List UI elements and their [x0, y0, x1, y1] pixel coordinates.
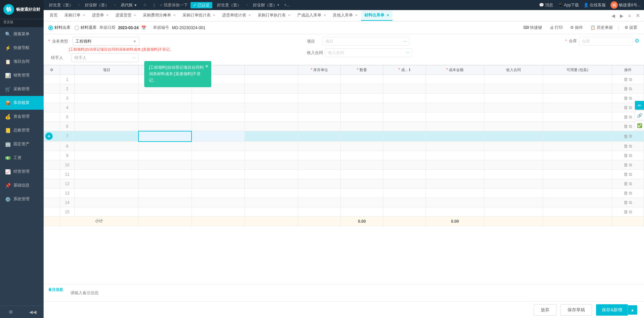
tab-purchase-return[interactable]: 进退货货 ✕: [112, 10, 140, 21]
tab-close-icon[interactable]: ✕: [213, 13, 215, 17]
row-spec-cell[interactable]: [245, 142, 298, 151]
row-project-cell[interactable]: [74, 75, 138, 84]
row-settings-cell[interactable]: +: [44, 131, 60, 142]
warehouse-input[interactable]: 合库: [579, 37, 633, 46]
row-spec-cell[interactable]: [245, 207, 298, 217]
row-project-cell[interactable]: [74, 84, 138, 94]
project-input[interactable]: 项目 ···: [322, 37, 410, 46]
print-btn[interactable]: 🖨 打印: [548, 24, 565, 31]
row-income-contract-cell[interactable]: [484, 103, 543, 112]
row-unit-cell[interactable]: [298, 170, 341, 179]
row-name-cell[interactable]: [192, 170, 245, 179]
row-project-cell[interactable]: [74, 189, 138, 198]
tab-purchase-goods[interactable]: 进货单 ✕: [89, 10, 112, 21]
row-settings-cell[interactable]: [44, 142, 60, 151]
row-num-cell[interactable]: 4: [60, 103, 74, 112]
row-income-contract-cell[interactable]: [484, 75, 543, 84]
right-float-check-btn[interactable]: ✅: [635, 121, 644, 130]
row-cost-amount-cell[interactable]: [426, 103, 484, 112]
row-spec-cell[interactable]: [245, 131, 298, 142]
row-cost-amount-cell[interactable]: [426, 207, 484, 217]
row-spec-cell[interactable]: [245, 160, 298, 170]
row-project-cell[interactable]: [74, 170, 138, 179]
nav-top-good-biz2[interactable]: 好业财（首）: [83, 2, 111, 9]
row-cost-amount-cell[interactable]: [426, 170, 484, 179]
row-quantity-cell[interactable]: [340, 103, 383, 112]
copy-row-icon[interactable]: ⧉: [629, 200, 632, 205]
row-name-cell[interactable]: [192, 189, 245, 198]
nav-top-settings[interactable]: ⚙: [142, 3, 148, 7]
row-settings-cell[interactable]: [44, 84, 60, 94]
nav-top-good-biz[interactable]: 好生意（首）: [47, 2, 75, 9]
copy-row-icon[interactable]: ⧉: [629, 77, 632, 82]
row-spec-cell[interactable]: [245, 179, 298, 189]
row-project-cell[interactable]: [74, 142, 138, 151]
row-project-cell[interactable]: [74, 103, 138, 112]
row-settings-cell[interactable]: [44, 112, 60, 122]
row-cost-amount-cell[interactable]: [426, 84, 484, 94]
row-code-cell[interactable]: [139, 151, 192, 160]
row-code-cell[interactable]: [139, 179, 192, 189]
save-new-main-btn[interactable]: 保存&新增: [596, 304, 628, 316]
row-income-contract-cell[interactable]: [484, 170, 543, 179]
row-code-cell[interactable]: [139, 94, 192, 103]
row-quantity-cell[interactable]: [340, 84, 383, 94]
user-avatar[interactable]: 畅 畅捷通8号...: [610, 1, 641, 9]
copy-row-icon[interactable]: ⧉: [629, 124, 632, 129]
th-settings[interactable]: ⚙: [44, 65, 60, 75]
row-income-contract-cell[interactable]: [484, 207, 543, 217]
row-project-cell[interactable]: [74, 207, 138, 217]
row-cost-price-cell[interactable]: [383, 160, 426, 170]
row-available-cell[interactable]: [543, 189, 612, 198]
copy-row-icon[interactable]: ⧉: [629, 153, 632, 158]
sidebar-item-accounting[interactable]: 📒 总账管理: [0, 123, 44, 137]
row-cost-price-cell[interactable]: [383, 207, 426, 217]
discard-button[interactable]: 放弃: [534, 304, 556, 316]
tab-close-icon[interactable]: ✕: [288, 13, 290, 17]
row-num-cell[interactable]: 5: [60, 112, 74, 122]
tab-purchase-fee[interactable]: 采购费用分摊单 ✕: [140, 10, 179, 21]
row-spec-cell[interactable]: [245, 94, 298, 103]
row-code-cell[interactable]: [139, 160, 192, 170]
delete-row-icon[interactable]: 🗑: [624, 86, 628, 91]
row-name-cell[interactable]: [192, 160, 245, 170]
row-cost-price-cell[interactable]: [383, 189, 426, 198]
save-draft-button[interactable]: 保存草稿: [560, 304, 592, 316]
row-settings-cell[interactable]: [44, 160, 60, 170]
row-code-cell[interactable]: [139, 207, 192, 217]
row-name-cell[interactable]: [192, 179, 245, 189]
copy-row-icon[interactable]: ⧉: [629, 191, 632, 196]
row-unit-cell[interactable]: [298, 103, 341, 112]
delete-row-icon[interactable]: 🗑: [624, 114, 628, 119]
tab-next-btn[interactable]: ▶: [619, 12, 625, 19]
row-spec-cell[interactable]: [245, 122, 298, 131]
copy-row-icon[interactable]: ⧉: [629, 209, 632, 215]
copy-row-icon[interactable]: ⧉: [629, 114, 632, 120]
tab-other-instock[interactable]: 其他入库单 ✕: [329, 10, 361, 21]
row-cost-price-cell[interactable]: [383, 75, 426, 84]
row-cost-price-cell[interactable]: [383, 151, 426, 160]
sidebar-item-basic[interactable]: 📌 基础信息: [0, 178, 44, 192]
row-code-cell[interactable]: [139, 112, 192, 122]
row-quantity-cell[interactable]: [340, 75, 383, 84]
row-num-cell[interactable]: 9: [60, 151, 74, 160]
row-settings-cell[interactable]: [44, 75, 60, 84]
tab-home[interactable]: 首页: [46, 10, 61, 21]
app-download-btn[interactable]: 📱 App下载: [558, 2, 579, 8]
tab-close-icon[interactable]: ✕: [133, 13, 136, 17]
row-available-cell[interactable]: [543, 142, 612, 151]
row-name-cell[interactable]: [192, 103, 245, 112]
row-income-contract-cell[interactable]: [484, 160, 543, 170]
row-income-contract-cell[interactable]: [484, 142, 543, 151]
delete-row-icon[interactable]: 🗑: [624, 96, 628, 101]
row-quantity-cell[interactable]: [340, 94, 383, 103]
row-settings-cell[interactable]: [44, 170, 60, 179]
copy-row-icon[interactable]: ⧉: [629, 105, 632, 110]
row-cost-amount-cell[interactable]: [426, 179, 484, 189]
nav-top-try[interactable]: ○ 我要体验一下: [160, 2, 188, 8]
row-cost-price-cell[interactable]: [383, 94, 426, 103]
row-income-contract-cell[interactable]: [484, 112, 543, 122]
delete-row-icon[interactable]: 🗑: [624, 209, 628, 214]
message-btn[interactable]: 💬 消息: [539, 2, 553, 8]
row-name-cell[interactable]: [192, 151, 245, 160]
